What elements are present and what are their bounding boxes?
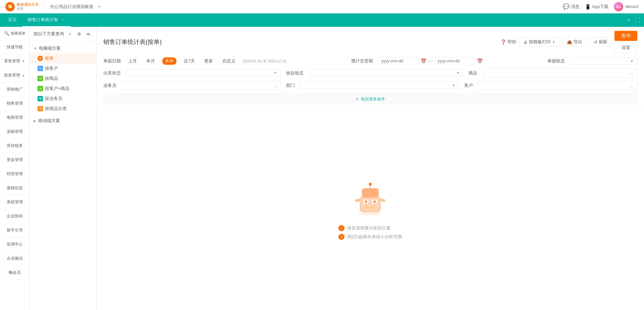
- shortcut-custom[interactable]: 自定义: [220, 57, 237, 65]
- sidebar-item-retail[interactable]: 零售管理 ▼: [0, 54, 29, 68]
- shortcut-more[interactable]: 更多: [202, 57, 215, 65]
- salesperson-select[interactable]: ...: [122, 81, 281, 90]
- scheme-icon-by-product-category: 按: [38, 106, 43, 111]
- calendar-start-icon[interactable]: 📅: [421, 58, 426, 64]
- scheme-icon-by-customer: 按: [38, 66, 43, 71]
- window-controls: × ⛶: [626, 13, 641, 27]
- message-btn[interactable]: 💬 消息: [563, 3, 580, 10]
- pc-section-arrow: ▼: [34, 47, 37, 50]
- top-title-dropdown-icon[interactable]: ▼: [98, 5, 101, 8]
- home-tab[interactable]: 首页: [3, 13, 22, 27]
- user-profile-btn[interactable]: Ea demo2: [614, 2, 639, 11]
- query-settings-btns: 查询 设置: [614, 31, 637, 53]
- sales-order-tab[interactable]: 销售订单统计表 ×: [22, 13, 71, 27]
- payment-status-select[interactable]: ▼: [309, 69, 464, 77]
- sidebar-item-enterprise-coop[interactable]: 企业协同: [0, 209, 29, 223]
- content-title-row: 销售订单统计表(按单) ❓ 帮助 🖨 按模板打印 ▼ 📤 导出: [103, 31, 637, 53]
- main-layout: 🔍 搜索菜单 快捷导航 零售管理 ▼ 批发管理 ▲ 营销推广 销售管理 电商管理…: [0, 27, 644, 310]
- sidebar-item-search[interactable]: 🔍 搜索菜单: [0, 27, 29, 40]
- shortcut-this-month[interactable]: 本月: [144, 57, 157, 65]
- left-panel: 按以下方案查询 + ⚙ ≪ ▼ 电脑端方案 按 按单 按 按客户 按: [30, 27, 97, 310]
- scheme-item-by-customer-product[interactable]: 按 按客户+商品: [30, 84, 96, 94]
- sidebar-item-sales[interactable]: 销售管理: [0, 97, 29, 111]
- print-icon: 🖨: [523, 40, 528, 45]
- refresh-icon: ↺: [594, 40, 597, 45]
- sidebar-item-new-guide[interactable]: 新手引导: [0, 223, 29, 238]
- settings-button[interactable]: 设置: [614, 42, 637, 53]
- top-bar-right: 💬 消息 📱 App下载 Ea demo2: [563, 2, 639, 11]
- sidebar-item-finance[interactable]: 资金管理: [0, 153, 29, 167]
- customer-more-icon[interactable]: ...: [630, 83, 634, 88]
- department-arrow: ▼: [452, 84, 455, 87]
- scheme-settings-btn[interactable]: ⚙: [75, 30, 83, 38]
- logo-icon: 畅: [5, 2, 15, 11]
- content-area: 销售订单统计表(按单) ❓ 帮助 🖨 按模板打印 ▼ 📤 导出: [97, 27, 644, 310]
- sidebar-item-member[interactable]: 畅会员: [0, 266, 29, 280]
- refresh-btn[interactable]: ↺ 刷新: [589, 37, 612, 47]
- expected-date-start[interactable]: [378, 57, 419, 65]
- svg-point-0: [359, 211, 382, 215]
- help-btn[interactable]: ❓ 帮助: [500, 39, 516, 45]
- top-bar-left: 畅 畅捷通好生意 标版 办公用品行业模拟账套 ▼: [5, 2, 101, 11]
- sidebar-item-inventory[interactable]: 库存核算: [0, 139, 29, 153]
- retail-arrow-icon: ▼: [22, 59, 25, 63]
- filter-rows: 单据日期 上月 本月 本年 近7天 更多 自定义 2023-01-01 至 20…: [103, 57, 637, 90]
- customer-select[interactable]: ...: [478, 81, 637, 90]
- template-print-btn[interactable]: 🖨 按模板打印 ▼: [519, 37, 560, 47]
- shortcut-this-year[interactable]: 本年: [162, 57, 176, 65]
- scheme-item-by-salesperson[interactable]: 按 按业务员: [30, 94, 96, 104]
- tip-2-text: 用[过滤]条件来缩小分析范围: [347, 234, 402, 240]
- scheme-item-by-customer[interactable]: 按 按客户: [30, 63, 96, 73]
- status-arrow-icon: ▼: [630, 59, 634, 63]
- date-range-hint: 2023-01-01 至 2023-12-31: [243, 59, 286, 64]
- window-expand-btn[interactable]: ⛶: [634, 16, 641, 24]
- svg-point-8: [369, 183, 372, 186]
- tip-1-num: 1: [338, 225, 344, 231]
- shortcut-last-7-days[interactable]: 近7天: [182, 57, 197, 65]
- sidebar-item-marketing[interactable]: 营销推广: [0, 83, 29, 97]
- calendar-end-icon[interactable]: 📅: [477, 58, 483, 64]
- expected-date-end[interactable]: [435, 57, 475, 65]
- product-more-icon[interactable]: ...: [630, 70, 634, 75]
- ship-status-select[interactable]: ▼: [126, 69, 281, 77]
- add-scheme-btn[interactable]: +: [66, 30, 73, 38]
- mobile-section-arrow: ▶: [34, 119, 36, 123]
- department-label: 部门: [286, 83, 295, 89]
- pc-section-header: ▼ 电脑端方案: [30, 43, 96, 53]
- sidebar-item-enterprise-wechat[interactable]: 企业微信: [0, 252, 29, 266]
- department-select[interactable]: ▼: [300, 82, 459, 89]
- customer-label: 客户: [464, 83, 473, 89]
- app-download-btn[interactable]: 📱 App下载: [585, 4, 608, 10]
- scheme-icon-by-order: 按: [38, 56, 43, 61]
- status-select[interactable]: ▼: [570, 58, 637, 65]
- sidebar-item-system[interactable]: 系统管理: [0, 195, 29, 209]
- window-close-btn[interactable]: ×: [626, 16, 631, 24]
- content-header-actions: ❓ 帮助 🖨 按模板打印 ▼ 📤 导出 ↺ 刷新: [500, 31, 637, 53]
- svg-rect-10: [380, 198, 386, 202]
- shortcut-last-month[interactable]: 上月: [126, 57, 139, 65]
- scheme-icon-by-customer-product: 按: [38, 86, 43, 91]
- sidebar-item-purchase[interactable]: 采购管理: [0, 125, 29, 139]
- salesperson-more-icon[interactable]: ...: [273, 83, 277, 88]
- scheme-item-by-product[interactable]: 按 按商品: [30, 73, 96, 84]
- scheme-item-by-order[interactable]: 按 按单: [30, 53, 96, 63]
- mobile-section-header[interactable]: ▶ 移动端方案: [30, 116, 96, 126]
- collapse-more-conditions-btn[interactable]: ∧ 收起更多条件: [103, 93, 637, 105]
- sidebar-item-ecommerce[interactable]: 电商管理: [0, 111, 29, 125]
- collapse-panel-btn[interactable]: ≪: [85, 30, 92, 38]
- empty-tip-1: 1 请先选择要分析的方案: [338, 225, 402, 231]
- scheme-item-by-product-category[interactable]: 按 按商品分类: [30, 104, 96, 114]
- payment-status-label: 收款状态: [286, 70, 304, 76]
- svg-rect-9: [355, 198, 361, 202]
- sidebar-item-operations[interactable]: 经营管理: [0, 167, 29, 181]
- tab-close-icon[interactable]: ×: [60, 17, 65, 22]
- sidebar-item-wholesale[interactable]: 批发管理 ▲: [0, 68, 29, 83]
- sidebar-item-basic-info[interactable]: 基础信息: [0, 181, 29, 195]
- sidebar-item-quicknav[interactable]: 快捷导航: [0, 40, 29, 54]
- query-button[interactable]: 查询: [614, 31, 637, 41]
- product-select[interactable]: ...: [483, 68, 637, 78]
- filter-row-1: 单据日期 上月 本月 本年 近7天 更多 自定义 2023-01-01 至 20…: [103, 57, 637, 65]
- sidebar-item-app-center[interactable]: 应用中心: [0, 238, 29, 252]
- empty-illustration: [350, 178, 390, 218]
- export-btn[interactable]: 📤 导出: [562, 37, 587, 47]
